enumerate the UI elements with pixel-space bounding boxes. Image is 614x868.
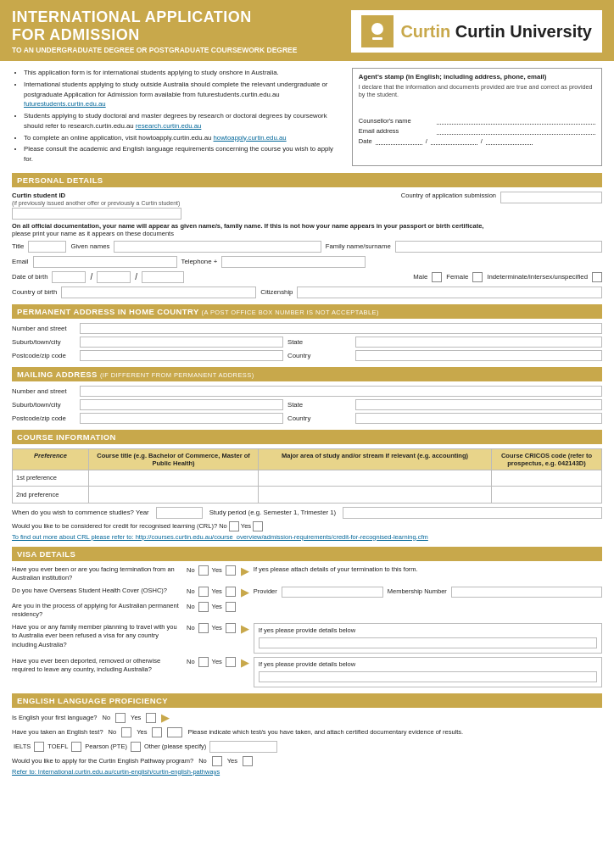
page-header: INTERNATIONAL APPLICATION FOR ADMISSION … <box>0 0 614 61</box>
pathway-link[interactable]: Refer to: International.curtin.edu.au/cu… <box>12 768 602 776</box>
visa-q2-yes-checkbox[interactable] <box>226 587 236 597</box>
pref1-cricos-input-cell[interactable] <box>492 470 602 487</box>
visa-q5-detail-input[interactable] <box>259 671 597 682</box>
header-title-block: INTERNATIONAL APPLICATION FOR ADMISSION … <box>12 8 297 54</box>
male-label: Male <box>413 273 427 281</box>
date-line: Date / / <box>359 137 595 145</box>
mail-country-input[interactable] <box>355 413 602 424</box>
country-submission-input[interactable] <box>500 192 602 203</box>
section-visa: VISA DETAILS <box>12 547 602 561</box>
curtin-id-input[interactable] <box>12 208 181 220</box>
visa-q2-no-checkbox[interactable] <box>198 587 209 597</box>
visa-q1-text: Have you ever been or are you facing ter… <box>12 565 181 583</box>
visa-q3-no-checkbox[interactable] <box>198 602 209 612</box>
pref1-title-input[interactable] <box>92 473 254 483</box>
perm-suburb-input[interactable] <box>80 337 283 348</box>
visa-q3-text: Are you in the process of applying for A… <box>12 602 181 620</box>
arrow-icon: ▶ <box>161 712 169 724</box>
mail-suburb-input[interactable] <box>80 399 283 410</box>
country-citizenship-row: Country of birth Citizenship <box>12 287 602 298</box>
section-personal: PERSONAL DETAILS <box>12 173 602 187</box>
given-names-input[interactable] <box>114 241 321 253</box>
english-q2-no-checkbox[interactable] <box>121 727 131 737</box>
visa-q3-yes-checkbox[interactable] <box>226 602 236 612</box>
pref1-major-input[interactable] <box>262 473 488 483</box>
english-q2-detail: Please indicate which test/s you have ta… <box>187 728 463 736</box>
dob-month-input[interactable] <box>97 271 131 283</box>
mail-street-input[interactable] <box>80 386 602 397</box>
pathway-no-checkbox[interactable] <box>212 756 222 766</box>
provider-input[interactable] <box>282 587 383 598</box>
visa-q4-yes-checkbox[interactable] <box>226 623 236 633</box>
pathway-yes-checkbox[interactable] <box>243 756 253 766</box>
telephone-input[interactable] <box>221 256 366 268</box>
title-col-header: Course title (e.g. Bachelor of Commerce,… <box>89 448 259 470</box>
citizenship-input[interactable] <box>297 287 602 298</box>
english-q1-yes-checkbox[interactable] <box>146 713 156 723</box>
indeterminate-label: Indeterminate/intersex/unspecified <box>487 273 588 281</box>
visa-q1-no-checkbox[interactable] <box>198 565 209 576</box>
family-name-input[interactable] <box>395 241 602 253</box>
info-section: This application form is for internation… <box>12 68 602 165</box>
pref2-title-input-cell[interactable] <box>89 487 259 504</box>
english-q1-no-checkbox[interactable] <box>115 713 126 723</box>
crl-no-checkbox[interactable] <box>229 521 239 531</box>
email-input[interactable] <box>33 256 177 268</box>
pref2-label: 2nd preference <box>13 487 89 504</box>
toefl-checkbox[interactable] <box>71 742 81 752</box>
english-q2-yes-checkbox[interactable] <box>152 727 162 737</box>
perm-street-input[interactable] <box>80 323 602 334</box>
perm-postcode-row: Postcode/zip code Country <box>12 350 602 361</box>
page-subtitle: TO AN UNDERGRADUATE DEGREE OR POSTGRADUA… <box>12 46 297 54</box>
country-birth-input[interactable] <box>61 287 256 298</box>
ielts-checkbox[interactable] <box>34 742 44 752</box>
visa-q4-detail-input[interactable] <box>259 637 597 648</box>
bullet-3: Students applying to study doctoral and … <box>24 111 343 131</box>
visa-q4-yes-label: Yes <box>212 624 222 632</box>
dob-day-input[interactable] <box>52 271 86 283</box>
other-specify-input[interactable] <box>209 741 277 753</box>
male-checkbox[interactable] <box>432 272 442 282</box>
svg-rect-2 <box>372 37 382 40</box>
pref1-title-input-cell[interactable] <box>89 470 259 487</box>
english-q2-extra-checkbox[interactable] <box>167 727 182 737</box>
given-names-label: Given names <box>70 242 109 250</box>
curtin-id-sublabel: (if previously issued another offer or p… <box>12 200 304 206</box>
pref1-major-input-cell[interactable] <box>259 470 492 487</box>
study-period-input[interactable] <box>343 507 602 519</box>
membership-input[interactable] <box>451 587 602 598</box>
perm-postcode-input[interactable] <box>80 350 283 361</box>
pref2-major-input[interactable] <box>262 489 488 499</box>
title-input[interactable] <box>28 241 66 253</box>
pref2-title-input[interactable] <box>92 489 254 499</box>
table-row: 2nd preference <box>13 487 602 504</box>
dob-year-input[interactable] <box>142 271 184 283</box>
visa-q4-no-checkbox[interactable] <box>198 623 209 633</box>
crl-yes-checkbox[interactable] <box>253 521 263 531</box>
female-checkbox[interactable] <box>472 272 483 282</box>
pref2-cricos-input[interactable] <box>495 489 598 499</box>
perm-state-label: State <box>287 338 351 346</box>
info-bullets: This application form is for internation… <box>12 68 343 165</box>
mail-state-input[interactable] <box>355 399 602 410</box>
email-label: Email <box>12 258 29 265</box>
mail-postcode-row: Postcode/zip code Country <box>12 413 602 424</box>
visa-q1-yes-checkbox[interactable] <box>226 565 236 576</box>
mail-suburb-label: Suburb/town/city <box>12 401 75 409</box>
visa-q2-no-label: No <box>187 587 195 595</box>
pref2-cricos-input-cell[interactable] <box>492 487 602 504</box>
perm-country-input[interactable] <box>355 350 602 361</box>
commence-year-input[interactable] <box>156 507 203 519</box>
arrow-icon: ▶ <box>241 623 248 635</box>
membership-label: Membership Number <box>388 587 447 597</box>
pref2-major-input-cell[interactable] <box>259 487 492 504</box>
bullet-1: This application form is for internation… <box>24 68 343 78</box>
visa-q5-yes-checkbox[interactable] <box>226 657 236 667</box>
indeterminate-checkbox[interactable] <box>592 272 602 282</box>
perm-state-input[interactable] <box>355 337 602 348</box>
crl-link[interactable]: To find out more about CRL please refer … <box>12 533 602 541</box>
mail-postcode-input[interactable] <box>80 413 283 424</box>
pearson-checkbox[interactable] <box>131 742 141 752</box>
pref1-cricos-input[interactable] <box>495 473 598 483</box>
visa-q5-no-checkbox[interactable] <box>198 657 209 667</box>
